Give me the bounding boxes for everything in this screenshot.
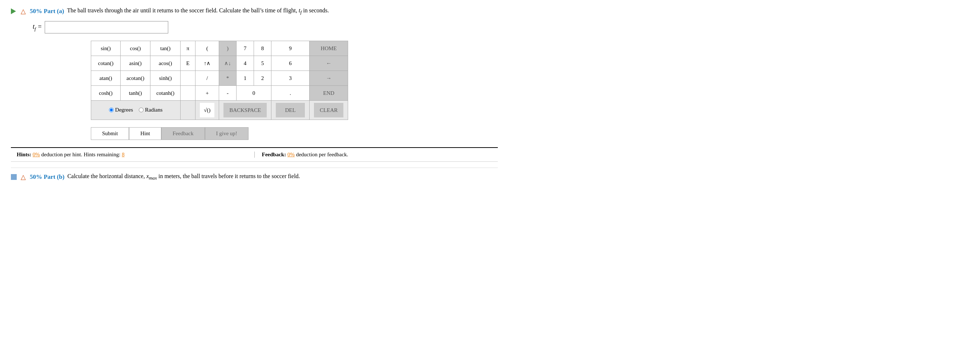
dot-button[interactable]: .: [271, 86, 309, 100]
feedback-section: Feedback: 0% deduction per feedback.: [255, 151, 492, 158]
radians-label[interactable]: Radians: [139, 107, 162, 113]
calc-cell-home: HOME: [310, 41, 348, 56]
calc-cell-uparrow: ↑∧: [196, 56, 219, 71]
igiveup-button[interactable]: I give up!: [205, 127, 248, 140]
part-b-label: 50% Part (b): [30, 173, 64, 181]
calc-cell-rparen: ): [219, 41, 237, 56]
calc-cell-8: 8: [254, 41, 271, 56]
calc-cell-minus: -: [219, 86, 237, 100]
atan-button[interactable]: atan(): [91, 71, 120, 85]
end-button[interactable]: END: [310, 86, 348, 100]
sinh-button[interactable]: sinh(): [150, 71, 180, 85]
downarrow-button[interactable]: ∧↓: [219, 56, 236, 70]
calc-cell-divide: /: [196, 71, 219, 86]
acotan-button[interactable]: acotan(): [121, 71, 150, 85]
calc-cell-right-arrow: →: [310, 71, 348, 86]
asin-button[interactable]: asin(): [121, 56, 150, 70]
answer-input[interactable]: [45, 21, 168, 33]
calc-cell-acotan: acotan(): [121, 71, 150, 86]
clear-button[interactable]: CLEAR: [314, 103, 344, 117]
radians-radio[interactable]: [139, 108, 143, 112]
num6-button[interactable]: 6: [271, 56, 309, 70]
degrees-label[interactable]: Degrees: [109, 107, 133, 113]
backspace-button[interactable]: BACKSPACE: [223, 103, 267, 117]
sqrt-button[interactable]: √(): [200, 103, 215, 117]
del-button[interactable]: DEL: [276, 103, 305, 117]
calc-cell-0: 0: [237, 86, 271, 100]
part-b-warning-icon: △: [20, 173, 27, 181]
calc-cell-end: END: [310, 86, 348, 100]
calc-cell-9: 9: [271, 41, 310, 56]
tan-button[interactable]: tan(): [150, 41, 180, 56]
feedback-button[interactable]: Feedback: [161, 127, 205, 140]
calc-cell-empty1: [181, 71, 196, 86]
calc-cell-5: 5: [254, 56, 271, 71]
cosh-button[interactable]: cosh(): [91, 86, 120, 100]
num3-button[interactable]: 3: [271, 71, 309, 85]
hint-button[interactable]: Hint: [129, 127, 161, 140]
num1-button[interactable]: 1: [237, 71, 254, 85]
calc-cell-plus: +: [196, 86, 219, 100]
calc-cell-2: 2: [254, 71, 271, 86]
tanh-button[interactable]: tanh(): [121, 86, 150, 100]
calc-cell-sqrt: √(): [196, 100, 219, 120]
lparen-button[interactable]: (: [196, 41, 219, 56]
multiply-button[interactable]: *: [219, 71, 236, 85]
home-button[interactable]: HOME: [310, 41, 348, 56]
pi-button[interactable]: π: [181, 41, 195, 56]
num7-button[interactable]: 7: [237, 41, 254, 56]
left-arrow-button[interactable]: ←: [310, 56, 348, 70]
calc-cell-backspace-btn: BACKSPACE: [219, 100, 271, 120]
empty2-button: [181, 86, 195, 100]
calc-cell-downarrow: ∧↓: [219, 56, 237, 71]
page-container: △ 50% Part (a) The ball travels through …: [0, 0, 509, 188]
calc-cell-cosh: cosh(): [91, 86, 121, 100]
degrees-radio[interactable]: [109, 108, 114, 112]
calc-cell-1: 1: [237, 71, 254, 86]
part-b-description: Calculate the horizontal distance, xmax …: [67, 173, 300, 181]
calc-cell-acos: acos(): [150, 56, 181, 71]
uparrow-button[interactable]: ↑∧: [196, 56, 219, 70]
square-icon: [11, 174, 17, 180]
play-icon: [11, 8, 16, 14]
hints-remaining: 8: [122, 151, 125, 157]
num4-button[interactable]: 4: [237, 56, 254, 70]
calc-cell-empty2: [181, 86, 196, 100]
input-row: tf =: [33, 21, 498, 33]
calc-cell-tanh: tanh(): [121, 86, 150, 100]
submit-row: Submit Hint Feedback I give up!: [91, 127, 498, 140]
feedback-label: Feedback:: [262, 151, 286, 157]
E-button[interactable]: E: [181, 56, 195, 70]
cotanh-button[interactable]: cotanh(): [150, 86, 180, 100]
calc-cell-cotan: cotan(): [91, 56, 121, 71]
submit-button[interactable]: Submit: [91, 127, 129, 140]
calc-cell-3: 3: [271, 71, 310, 86]
sin-button[interactable]: sin(): [91, 41, 120, 56]
rparen-button[interactable]: ): [219, 41, 236, 56]
calc-cell-tan: tan(): [150, 41, 181, 56]
divide-button[interactable]: /: [196, 71, 219, 85]
calc-cell-E: E: [181, 56, 196, 71]
hints-label: Hints:: [17, 151, 31, 157]
cotan-button[interactable]: cotan(): [91, 56, 120, 70]
degrees-radians-row: Degrees Radians √() BACKSPACE: [91, 100, 348, 120]
num8-button[interactable]: 8: [254, 41, 271, 56]
plus-button[interactable]: +: [196, 86, 219, 100]
calc-cell-dot: .: [271, 86, 310, 100]
calculator-container: sin() cos() tan() π ( ): [91, 41, 498, 120]
calc-row-4: cosh() tanh() cotanh() + -: [91, 86, 348, 100]
hints-deduction: 0%: [33, 151, 40, 157]
acos-button[interactable]: acos(): [150, 56, 180, 70]
num5-button[interactable]: 5: [254, 56, 271, 70]
part-a-label: 50% Part (a): [30, 8, 64, 15]
calc-cell-cos: cos(): [121, 41, 150, 56]
minus-button[interactable]: -: [219, 86, 236, 100]
num2-button[interactable]: 2: [254, 71, 271, 85]
empty1-button: [181, 71, 195, 85]
num9-button[interactable]: 9: [271, 41, 309, 56]
feedback-deduction: 0%: [288, 151, 295, 157]
num0-button[interactable]: 0: [237, 86, 271, 100]
calc-cell-sinh: sinh(): [150, 71, 181, 86]
cos-button[interactable]: cos(): [121, 41, 150, 56]
right-arrow-button[interactable]: →: [310, 71, 348, 85]
